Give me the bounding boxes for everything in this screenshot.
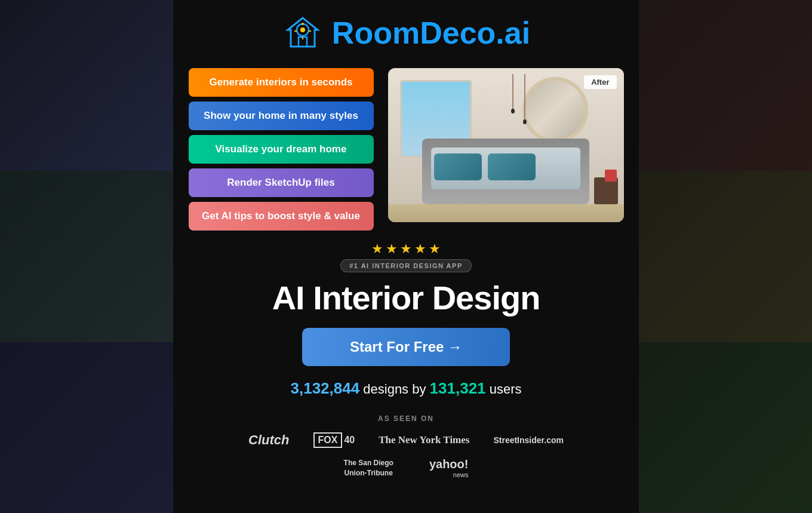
logo-text-ai: .ai — [496, 16, 530, 50]
feature-sketchup-btn[interactable]: Render SketchUp files — [189, 168, 374, 197]
main-content: RoomDeco.ai Generate interiors in second… — [0, 0, 812, 513]
stats-row: 3,132,844 designs by 131,321 users — [290, 379, 521, 398]
bedroom-simulation — [388, 68, 624, 222]
star-4: ★ — [414, 241, 426, 257]
star-1: ★ — [371, 241, 383, 257]
clutch-logo: Clutch — [248, 432, 289, 448]
bedroom-bed — [422, 139, 589, 204]
feature-visualize-btn[interactable]: Visualize your dream home — [189, 135, 374, 164]
press-logos-row2: The San Diego Union-Tribune yahoo!news — [344, 457, 469, 478]
logo-text: RoomDeco.ai — [332, 15, 530, 51]
stars-row: ★ ★ ★ ★ ★ — [371, 241, 441, 257]
star-2: ★ — [386, 241, 398, 257]
room-image: After — [388, 68, 624, 222]
cta-button[interactable]: Start For Free → — [302, 328, 510, 366]
svg-point-5 — [300, 27, 305, 32]
star-3: ★ — [400, 241, 412, 257]
star-5: ★ — [429, 241, 441, 257]
cta-label: Start For Free → — [350, 339, 462, 355]
rating-section: ★ ★ ★ ★ ★ #1 AI INTERIOR DESIGN APP — [340, 241, 472, 272]
nyt-logo: The New York Times — [379, 434, 469, 446]
street-insider-logo: StreetInsider.com — [493, 435, 564, 445]
designs-count: 3,132,844 — [290, 379, 359, 397]
bedroom-mirror — [522, 77, 588, 143]
features-column: Generate interiors in seconds Show your … — [189, 68, 374, 231]
san-diego-logo: The San Diego Union-Tribune — [344, 458, 393, 478]
main-row: Generate interiors in seconds Show your … — [189, 68, 624, 231]
designs-label: designs by — [363, 382, 426, 397]
users-count: 131,321 — [430, 379, 486, 397]
feature-generate-btn[interactable]: Generate interiors in seconds — [189, 68, 374, 97]
bedroom-pillow1 — [434, 153, 482, 180]
feature-styles-btn[interactable]: Show your home in many styles — [189, 102, 374, 130]
logo-text-main: RoomDeco — [332, 16, 496, 50]
as-seen-section: AS SEEN ON Clutch FOX 40 The New York Ti… — [248, 414, 564, 478]
feature-ai-tips-btn[interactable]: Get AI tips to boost style & value — [189, 202, 374, 231]
press-logos-row1: Clutch FOX 40 The New York Times StreetI… — [248, 432, 564, 448]
bedroom-pillow2 — [488, 153, 536, 180]
main-heading: AI Interior Design — [272, 278, 540, 317]
yahoo-logo: yahoo!news — [429, 457, 469, 478]
fox40-logo: FOX 40 — [313, 432, 355, 448]
logo-icon — [282, 12, 324, 54]
app-badge: #1 AI INTERIOR DESIGN APP — [340, 259, 472, 272]
logo-area: RoomDeco.ai — [282, 12, 530, 54]
after-badge: After — [584, 75, 616, 89]
as-seen-label: AS SEEN ON — [378, 414, 434, 423]
users-label: users — [490, 382, 522, 397]
